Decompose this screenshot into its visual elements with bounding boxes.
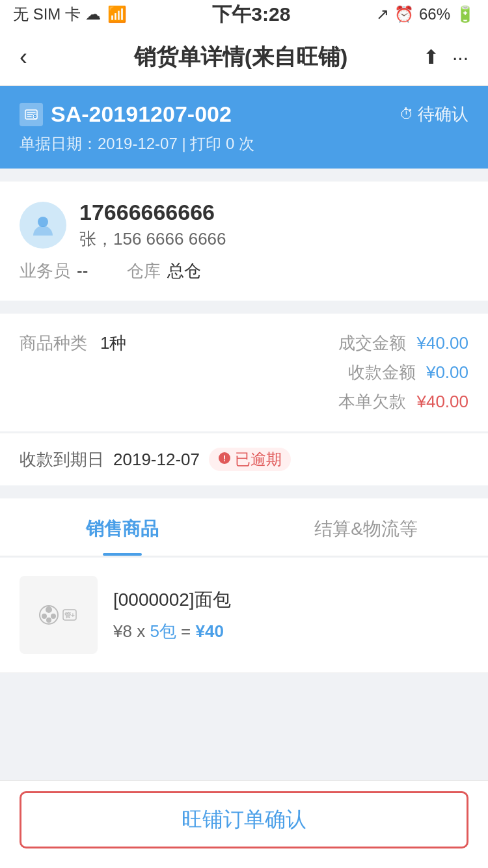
product-price: ¥8	[113, 621, 132, 641]
product-thumbnail: 管+	[20, 576, 98, 654]
more-button[interactable]: ···	[452, 46, 468, 68]
customer-info-row: 业务员 -- 仓库 总仓	[20, 260, 468, 282]
product-item: 管+ [0000002]面包 ¥8 x 5包 = ¥40	[0, 558, 488, 673]
svg-text:!: !	[223, 454, 226, 463]
svg-point-9	[46, 617, 51, 623]
owed-amount-value: ¥40.00	[416, 392, 468, 412]
bottom-bar: 旺铺订单确认	[0, 780, 488, 868]
status-time: 下午3:28	[212, 1, 290, 28]
tab-sales-products[interactable]: 销售商品	[0, 498, 244, 556]
tabs-container: 销售商品 结算&物流等	[0, 498, 488, 556]
status-left: 无 SIM 卡 ☁ 📶	[13, 4, 127, 25]
overdue-badge: ! 已逾期	[209, 448, 291, 471]
page-title: 销货单详情(来自旺铺)	[134, 42, 348, 72]
order-id-text: SA-20191207-002	[51, 102, 232, 127]
customer-details: 17666666666 张，156 6666 6666	[79, 200, 226, 251]
wifi-icon: 📶	[107, 5, 127, 23]
status-badge: ⏱ 待确认	[400, 103, 468, 126]
svg-point-2	[38, 217, 48, 227]
customer-name: 张，156 6666 6666	[79, 228, 226, 251]
salesperson-item: 业务员 --	[20, 260, 88, 282]
battery-icon: 🔋	[455, 5, 475, 23]
product-types-label: 商品种类	[20, 332, 87, 355]
product-calc: ¥8 x 5包 = ¥40	[113, 620, 468, 643]
nav-actions: ⬆ ···	[423, 46, 468, 68]
svg-point-8	[51, 614, 56, 619]
svg-point-6	[46, 606, 52, 613]
product-list: 管+ [0000002]面包 ¥8 x 5包 = ¥40	[0, 558, 488, 673]
salesperson-value: --	[77, 261, 88, 281]
customer-top: 17666666666 张，156 6666 6666	[20, 200, 468, 251]
amounts: 成交金额 ¥40.00 收款金额 ¥0.00 本单欠款 ¥40.00	[338, 332, 468, 413]
header-card: SA-20191207-002 ⏱ 待确认 单据日期：2019-12-07 | …	[0, 86, 488, 169]
share-button[interactable]: ⬆	[423, 46, 439, 68]
alarm-icon: ⏰	[394, 5, 414, 23]
received-amount-value: ¥0.00	[426, 362, 468, 383]
product-name: [0000002]面包	[113, 588, 468, 612]
transaction-amount-row: 成交金额 ¥40.00	[338, 332, 468, 355]
product-types-value: 1种	[100, 332, 126, 355]
customer-card: 17666666666 张，156 6666 6666 业务员 -- 仓库 总仓	[0, 182, 488, 301]
product-info: [0000002]面包 ¥8 x 5包 = ¥40	[113, 588, 468, 643]
product-types: 商品种类 1种	[20, 332, 126, 355]
transaction-amount-label: 成交金额	[338, 332, 406, 355]
header-card-top: SA-20191207-002 ⏱ 待确认	[20, 102, 468, 127]
warehouse-label: 仓库	[127, 260, 161, 282]
warehouse-value: 总仓	[167, 260, 201, 282]
back-button[interactable]: ‹	[20, 44, 59, 71]
owed-amount-row: 本单欠款 ¥40.00	[338, 390, 468, 413]
received-amount-label: 收款金额	[348, 361, 416, 384]
battery-status: 66%	[419, 5, 450, 23]
due-date-card: 收款到期日 2019-12-07 ! 已逾期	[0, 433, 488, 485]
tab-settlement-logistics[interactable]: 结算&物流等	[244, 498, 488, 556]
product-multiply: x	[137, 621, 150, 641]
stats-row: 商品种类 1种 成交金额 ¥40.00 收款金额 ¥0.00 本单欠款 ¥40.…	[20, 332, 468, 413]
order-id: SA-20191207-002	[20, 102, 232, 127]
svg-point-7	[42, 614, 47, 619]
product-total: ¥40	[196, 621, 224, 641]
salesperson-label: 业务员	[20, 260, 70, 282]
order-meta: 单据日期：2019-12-07 | 打印 0 次	[20, 133, 468, 154]
due-date-value: 2019-12-07	[113, 450, 200, 470]
confirm-button[interactable]: 旺铺订单确认	[20, 791, 468, 848]
customer-phone: 17666666666	[79, 200, 226, 225]
status-bar: 无 SIM 卡 ☁ 📶 下午3:28 ↗ ⏰ 66% 🔋	[0, 0, 488, 29]
location-icon: ↗	[376, 5, 389, 23]
status-right: ↗ ⏰ 66% 🔋	[376, 5, 475, 23]
product-qty: 5包	[150, 621, 176, 641]
received-amount-row: 收款金额 ¥0.00	[348, 361, 468, 384]
due-date-label: 收款到期日	[20, 448, 104, 471]
order-id-icon	[20, 103, 43, 126]
overdue-icon: !	[218, 450, 231, 468]
overdue-text: 已逾期	[235, 449, 282, 470]
status-text: 待确认	[418, 103, 468, 126]
avatar	[20, 202, 66, 249]
sim-status: 无 SIM 卡 ☁	[13, 4, 101, 25]
svg-text:管+: 管+	[64, 612, 75, 619]
owed-amount-label: 本单欠款	[338, 390, 406, 413]
nav-bar: ‹ 销货单详情(来自旺铺) ⬆ ···	[0, 29, 488, 86]
clock-icon: ⏱	[400, 106, 414, 123]
stats-card: 商品种类 1种 成交金额 ¥40.00 收款金额 ¥0.00 本单欠款 ¥40.…	[0, 314, 488, 431]
product-equals: =	[181, 621, 195, 641]
warehouse-item: 仓库 总仓	[127, 260, 201, 282]
content-spacer	[0, 673, 488, 777]
transaction-amount-value: ¥40.00	[416, 333, 468, 353]
